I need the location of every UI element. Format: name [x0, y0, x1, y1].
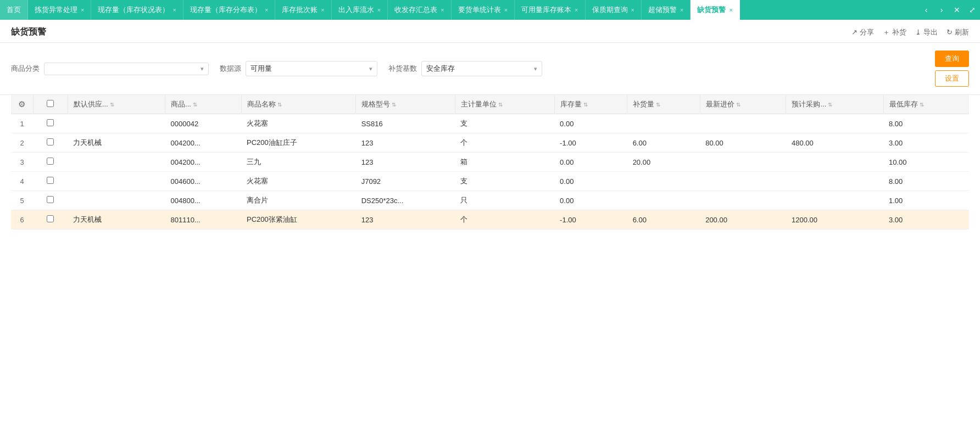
row-supplier-2: 力天机械 [68, 133, 165, 153]
tab-close-exception[interactable]: × [81, 7, 84, 13]
row-supplier-4 [68, 172, 165, 191]
row-select-1[interactable] [47, 119, 54, 126]
tab-close-receipt-summary[interactable]: × [441, 7, 444, 13]
row-select-5[interactable] [47, 196, 54, 203]
page-header: 缺货预警 ↗ 分享 ＋ 补货 ⤓ 导出 ↻ 刷新 [0, 20, 980, 43]
row-unit-6: 个 [455, 210, 554, 229]
tab-close-btn[interactable]: ✕ [949, 0, 965, 20]
datasource-value: 可用量 [250, 64, 272, 74]
row-product-name-1: 火花塞 [241, 114, 356, 133]
category-chevron-icon: ▾ [201, 65, 204, 72]
replenish-base-select[interactable]: 安全库存 ▾ [421, 61, 542, 76]
th-settings: ⚙ [11, 95, 33, 114]
datasource-chevron-icon: ▾ [369, 65, 372, 72]
tab-next-btn[interactable]: › [934, 0, 949, 20]
tab-prev-btn[interactable]: ‹ [918, 0, 934, 20]
tab-available-ledger[interactable]: 可用量库存账本× [515, 0, 585, 20]
row-spec-6: 123 [356, 210, 455, 229]
tab-exception[interactable]: 拣货异常处理× [28, 0, 91, 20]
row-replenish-qty-1 [627, 114, 700, 133]
row-num-2: 2 [11, 133, 33, 153]
replenish-btn[interactable]: ＋ 补货 [883, 27, 906, 37]
row-estimated-purchase-6: 1200.00 [786, 210, 883, 229]
row-product-name-3: 三九 [241, 153, 356, 172]
export-btn[interactable]: ⤓ 导出 [915, 27, 938, 37]
tab-close-available-ledger[interactable]: × [575, 7, 578, 13]
tab-expiry[interactable]: 保质期查询× [586, 0, 642, 20]
row-replenish-qty-6: 6.00 [627, 210, 700, 229]
table-row: 2 力天机械 004200... PC200油缸庄子 123 个 -1.00 6… [11, 133, 969, 153]
category-filter-group: 商品分类 ▾ [11, 63, 209, 75]
select-all-checkbox[interactable] [47, 100, 54, 107]
row-min-stock-3: 10.00 [883, 153, 969, 172]
row-replenish-qty-4 [627, 172, 700, 191]
row-select-2[interactable] [47, 138, 54, 145]
row-spec-3: 123 [356, 153, 455, 172]
th-default-supplier-sort-icon: ⇅ [110, 102, 114, 108]
row-select-4[interactable] [47, 177, 54, 184]
tab-close-shortage[interactable]: × [729, 7, 732, 13]
row-min-stock-2: 3.00 [883, 133, 969, 153]
tab-close-inout-flow[interactable]: × [377, 7, 381, 13]
th-product-name-sort-icon: ⇅ [277, 102, 282, 108]
tab-expand-btn[interactable]: ⤢ [965, 0, 980, 20]
category-select[interactable]: ▾ [44, 63, 209, 75]
row-supplier-5 [68, 191, 165, 210]
tab-close-inventory-dist[interactable]: × [265, 7, 268, 13]
row-checkbox-5 [33, 191, 68, 210]
column-settings-icon[interactable]: ⚙ [18, 99, 25, 109]
row-latest-price-5 [700, 191, 786, 210]
replenish-base-label: 补货基数 [388, 64, 417, 74]
row-supplier-6: 力天机械 [68, 210, 165, 229]
row-checkbox-2 [33, 133, 68, 153]
tab-inventory-status[interactable]: 现存量（库存状况表）× [91, 0, 183, 20]
row-min-stock-6: 3.00 [883, 210, 969, 229]
th-default-supplier-label: 默认供应... [74, 99, 108, 109]
row-select-6[interactable] [47, 215, 54, 222]
row-spec-4: J7092 [356, 172, 455, 191]
header-actions: ↗ 分享 ＋ 补货 ⤓ 导出 ↻ 刷新 [851, 27, 969, 37]
th-replenish-qty: 补货量 ⇅ [627, 95, 700, 114]
tab-shortage[interactable]: 缺货预警× [691, 0, 739, 20]
tab-inout-flow[interactable]: 出入库流水× [332, 0, 388, 20]
th-product-code: 商品... ⇅ [165, 95, 242, 114]
tab-home[interactable]: 首页 [0, 0, 28, 20]
row-latest-price-6: 200.00 [700, 210, 786, 229]
row-supplier-3 [68, 153, 165, 172]
th-stock: 库存量 ⇅ [554, 95, 627, 114]
query-button[interactable]: 查询 [935, 51, 969, 67]
page-title: 缺货预警 [11, 26, 46, 38]
row-min-stock-4: 8.00 [883, 172, 969, 191]
table-row: 4 004600... 火花塞 J7092 支 0.00 8.00 [11, 172, 969, 191]
row-stock-6: -1.00 [554, 210, 627, 229]
tab-receipt-summary[interactable]: 收发存汇总表× [388, 0, 451, 20]
th-latest-price-sort-icon: ⇅ [736, 102, 740, 108]
th-estimated-purchase-label: 预计采购... [792, 99, 826, 109]
datasource-select[interactable]: 可用量 ▾ [246, 61, 377, 76]
row-spec-5: DS250*23c... [356, 191, 455, 210]
row-stock-2: -1.00 [554, 133, 627, 153]
share-btn[interactable]: ↗ 分享 [851, 27, 874, 37]
th-unit-sort-icon: ⇅ [498, 102, 503, 108]
tab-inventory-dist[interactable]: 现存量（库存分布表）× [183, 0, 275, 20]
tab-overstock[interactable]: 超储预警× [642, 0, 691, 20]
row-estimated-purchase-5 [786, 191, 883, 210]
tab-close-batch-account[interactable]: × [321, 7, 324, 13]
th-min-stock-label: 最低库存 [889, 99, 918, 109]
tab-close-expiry[interactable]: × [631, 7, 634, 13]
tab-batch-account[interactable]: 库存批次账× [275, 0, 331, 20]
th-product-name: 商品名称 ⇅ [241, 95, 356, 114]
th-replenish-qty-sort-icon: ⇅ [656, 102, 660, 108]
table-row: 3 004200... 三九 123 箱 0.00 20.00 10.00 [11, 153, 969, 172]
row-select-3[interactable] [47, 158, 54, 165]
tab-close-inventory-status[interactable]: × [172, 7, 176, 13]
share-label: 分享 [860, 27, 874, 37]
refresh-btn[interactable]: ↻ 刷新 [946, 27, 969, 37]
settings-button[interactable]: 设置 [935, 70, 969, 87]
row-estimated-purchase-4 [786, 172, 883, 191]
category-label: 商品分类 [11, 64, 40, 74]
tab-order-stats[interactable]: 要货单统计表× [452, 0, 515, 20]
tab-close-overstock[interactable]: × [680, 7, 683, 13]
tab-close-order-stats[interactable]: × [504, 7, 508, 13]
row-product-name-2: PC200油缸庄子 [241, 133, 356, 153]
